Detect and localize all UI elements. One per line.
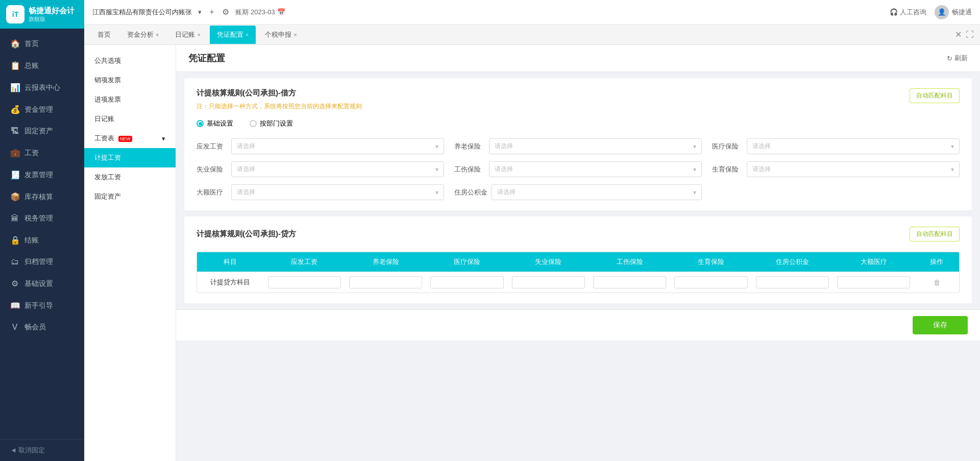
field-select-medical[interactable]: 请选择 ▾ bbox=[747, 138, 960, 154]
add-account-button[interactable]: ＋ bbox=[208, 7, 216, 17]
field-select-housing_fund[interactable]: 请选择 ▾ bbox=[492, 184, 702, 200]
sidebar-item-label: 基础设置 bbox=[24, 279, 53, 288]
ledger-icon: 📋 bbox=[10, 61, 19, 70]
sidebar-item-invoice[interactable]: 🧾发票管理 bbox=[0, 164, 84, 186]
input-0-1[interactable] bbox=[349, 276, 422, 288]
tab-fund[interactable]: 资金分析 × bbox=[120, 26, 166, 44]
cell-0-2[interactable] bbox=[426, 272, 507, 293]
basic-icon: ⚙ bbox=[10, 279, 19, 288]
sidebar-item-guide[interactable]: 📖新手引导 bbox=[0, 295, 84, 317]
field-pension: 养老保险 请选择 ▾ bbox=[454, 138, 702, 154]
table-body: 计提贷方科目🗑 bbox=[197, 272, 959, 293]
guide-icon: 📖 bbox=[10, 301, 19, 310]
tab-diary[interactable]: 日记账 × bbox=[168, 26, 207, 44]
sidebar-item-close[interactable]: 🔒结账 bbox=[0, 229, 84, 251]
sidebar-item-archive[interactable]: 🗂归档管理 bbox=[0, 251, 84, 273]
sub-item-fixed_assets[interactable]: 固定资产 bbox=[84, 187, 176, 206]
sidebar-item-reports[interactable]: 📊云报表中心 bbox=[0, 77, 84, 99]
refresh-button[interactable]: ↻ 刷新 bbox=[947, 54, 968, 63]
calendar-icon[interactable]: 📅 bbox=[277, 8, 285, 16]
username: 畅捷通 bbox=[952, 8, 972, 17]
page-header: 凭证配置 ↻ 刷新 bbox=[176, 45, 980, 72]
sidebar-item-tax[interactable]: 🏛税务管理 bbox=[0, 208, 84, 229]
archive-icon: 🗂 bbox=[10, 257, 19, 266]
cell-0-3[interactable] bbox=[508, 272, 589, 293]
cell-0-5[interactable] bbox=[670, 272, 751, 293]
sub-item-calc_salary[interactable]: 计提工资 bbox=[84, 148, 176, 167]
delete-cell[interactable]: 🗑 bbox=[914, 272, 959, 293]
sidebar-item-label: 发票管理 bbox=[24, 171, 53, 180]
avatar-icon: 👤 bbox=[938, 8, 946, 16]
field-unemployment: 失业保险 请选择 ▾ bbox=[197, 161, 444, 177]
input-0-5[interactable] bbox=[674, 276, 747, 288]
field-placeholder-injury: 请选择 bbox=[495, 165, 513, 174]
sidebar-item-label: 税务管理 bbox=[24, 214, 53, 223]
sidebar-item-assets[interactable]: 🏗固定资产 bbox=[0, 120, 84, 142]
refresh-icon: ↻ bbox=[947, 55, 952, 62]
field-maternity: 生育保险 请选择 ▾ bbox=[712, 161, 960, 177]
sub-item-salary_table[interactable]: 工资表 NEW▾ bbox=[84, 129, 176, 148]
tab-label: 个税申报 bbox=[265, 30, 291, 39]
input-0-0[interactable] bbox=[268, 276, 341, 288]
debit-fields-grid: 应发工资 请选择 ▾ 养老保险 请选择 ▾ 医疗保险 请选择 ▾ 失业保险 请选… bbox=[197, 138, 960, 200]
tab-close-icon[interactable]: × bbox=[246, 32, 249, 38]
sidebar-item-fund[interactable]: 💰资金管理 bbox=[0, 99, 84, 120]
home-icon: 🏠 bbox=[10, 39, 19, 48]
field-placeholder-maternity: 请选择 bbox=[752, 165, 771, 174]
radio-basic[interactable]: 基础设置 bbox=[197, 119, 233, 128]
sub-item-pay_salary[interactable]: 发放工资 bbox=[84, 167, 176, 187]
close-tab-icon[interactable]: ✕ bbox=[955, 30, 962, 39]
tab-close-icon[interactable]: × bbox=[156, 32, 159, 38]
app-logo: iT 畅捷通好会计 旗舰版 bbox=[0, 0, 84, 29]
field-select-maternity[interactable]: 请选择 ▾ bbox=[747, 161, 960, 177]
sub-item-sales[interactable]: 销项发票 bbox=[84, 70, 176, 90]
maximize-icon[interactable]: ⛶ bbox=[966, 30, 974, 39]
input-0-6[interactable] bbox=[756, 276, 829, 288]
radio-dept[interactable]: 按部门设置 bbox=[250, 119, 293, 128]
sub-item-diary[interactable]: 日记账 bbox=[84, 109, 176, 129]
settings-icon[interactable]: ⚙ bbox=[222, 7, 229, 17]
field-select-unemployment[interactable]: 请选择 ▾ bbox=[231, 161, 444, 177]
field-select-injury[interactable]: 请选择 ▾ bbox=[489, 161, 702, 177]
debit-auto-match-button[interactable]: 自动匹配科目 bbox=[910, 88, 960, 103]
field-select-pension[interactable]: 请选择 ▾ bbox=[489, 138, 702, 154]
cell-0-4[interactable] bbox=[589, 272, 670, 293]
tab-tax[interactable]: 个税申报 × bbox=[258, 26, 304, 44]
field-apply_salary: 应发工资 请选择 ▾ bbox=[197, 138, 444, 154]
input-0-4[interactable] bbox=[593, 276, 666, 288]
cell-0-1[interactable] bbox=[345, 272, 426, 293]
thead-8: 大额医疗 bbox=[833, 252, 914, 272]
field-select-large_medical[interactable]: 请选择 ▾ bbox=[231, 184, 444, 200]
sub-item-public[interactable]: 公共选项 bbox=[84, 51, 176, 70]
sidebar-item-basic[interactable]: ⚙基础设置 bbox=[0, 273, 84, 295]
cell-0-6[interactable] bbox=[752, 272, 833, 293]
sidebar-item-home[interactable]: 🏠首页 bbox=[0, 33, 84, 55]
cancel-fixed-button[interactable]: ◄ 取消固定 bbox=[0, 439, 84, 461]
tab-voucher[interactable]: 凭证配置 × bbox=[210, 26, 256, 44]
input-0-7[interactable] bbox=[837, 276, 910, 288]
field-medical: 医疗保险 请选择 ▾ bbox=[712, 138, 960, 154]
delete-icon[interactable]: 🗑 bbox=[934, 279, 940, 286]
debit-section: 计提核算规则(公司承担)-借方 注：只能选择一种方式，系统将按照您当前的选择来配… bbox=[184, 78, 972, 210]
credit-auto-match-button[interactable]: 自动匹配科目 bbox=[910, 227, 960, 241]
sidebar-item-salary[interactable]: 💼工资 bbox=[0, 142, 84, 164]
tab-close-icon[interactable]: × bbox=[293, 32, 297, 38]
input-0-2[interactable] bbox=[430, 276, 503, 288]
sidebar-item-ledger[interactable]: 📋总账 bbox=[0, 55, 84, 77]
radio-dept-circle bbox=[250, 120, 257, 127]
sidebar-item-inventory[interactable]: 📦库存核算 bbox=[0, 186, 84, 208]
user-menu[interactable]: 👤 畅捷通 bbox=[935, 5, 972, 19]
cell-0-7[interactable] bbox=[833, 272, 914, 293]
tab-close-icon[interactable]: × bbox=[197, 32, 200, 38]
sidebar-item-member[interactable]: V畅会员 bbox=[0, 317, 84, 338]
field-select-apply_salary[interactable]: 请选择 ▾ bbox=[231, 138, 444, 154]
input-0-3[interactable] bbox=[512, 276, 585, 288]
save-button[interactable]: 保存 bbox=[913, 316, 968, 334]
sub-item-purchase[interactable]: 进项发票 bbox=[84, 90, 176, 109]
support-button[interactable]: 🎧 人工咨询 bbox=[890, 8, 926, 17]
radio-dept-label: 按部门设置 bbox=[260, 119, 293, 128]
tab-label: 资金分析 bbox=[127, 30, 154, 39]
cell-0-0[interactable] bbox=[264, 272, 345, 293]
company-dropdown-icon[interactable]: ▾ bbox=[198, 8, 202, 16]
tab-home[interactable]: 首页 bbox=[90, 26, 118, 44]
